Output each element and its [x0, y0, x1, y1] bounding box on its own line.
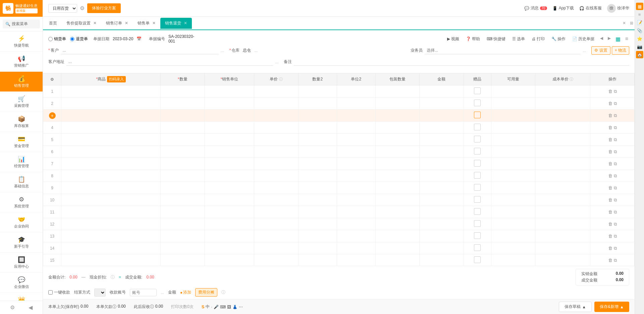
- salesman-dots[interactable]: ...: [583, 48, 586, 53]
- sidebar-item-enterprise[interactable]: 🤝 企业协同: [0, 212, 43, 233]
- delete-icon-11[interactable]: 🗑: [608, 209, 612, 215]
- ime-icon-1[interactable]: S: [202, 304, 205, 309]
- expand-tabs-icon[interactable]: ⊞: [630, 21, 633, 25]
- delete-icon-1[interactable]: 🗑: [608, 89, 612, 94]
- product-cell-2[interactable]: [61, 98, 161, 110]
- ime-icon-8[interactable]: ⋯: [239, 305, 243, 309]
- salesman-input[interactable]: [425, 47, 581, 54]
- side-panel-icon-3[interactable]: 📝: [636, 19, 643, 26]
- delete-icon-14[interactable]: 🗑: [608, 246, 612, 251]
- delete-icon-9[interactable]: 🗑: [608, 185, 612, 191]
- sidebar-item-newbie[interactable]: 🎓 新手引导: [0, 233, 43, 253]
- tab-close-price-setting[interactable]: ✕: [93, 21, 97, 25]
- quantity-cell-3[interactable]: [160, 110, 204, 122]
- copy-icon-7[interactable]: ⧉: [614, 161, 617, 167]
- copy-icon-10[interactable]: ⧉: [614, 197, 617, 203]
- radio-return-input[interactable]: [70, 37, 74, 41]
- quantity2-cell-2[interactable]: [298, 98, 337, 110]
- copy-icon-1[interactable]: ⧉: [614, 89, 617, 94]
- help-btn[interactable]: ❓ 帮助: [464, 35, 482, 43]
- sidebar-item-inventory[interactable]: 📦 库存核算: [0, 112, 43, 132]
- product-cell-1[interactable]: [61, 85, 161, 98]
- delete-icon-5[interactable]: 🗑: [608, 137, 612, 142]
- delete-icon-4[interactable]: 🗑: [608, 125, 612, 130]
- gift-checkbox-1[interactable]: [474, 87, 481, 94]
- amount-cell-3[interactable]: [420, 110, 464, 122]
- industry-select[interactable]: 日用百货: [48, 4, 77, 13]
- side-panel-icon-6[interactable]: 📷: [636, 43, 643, 50]
- one-click-payment-checkbox-label[interactable]: 一键收款: [48, 290, 70, 295]
- prev-record-icon[interactable]: ◀: [599, 35, 604, 43]
- copy-icon-3[interactable]: ⧉: [614, 113, 617, 118]
- sidebar-item-sales[interactable]: 💰 销售管理: [0, 72, 43, 92]
- delete-icon-6[interactable]: 🗑: [608, 149, 612, 154]
- col-settings[interactable]: ⚙: [43, 73, 61, 85]
- add-row-button[interactable]: +: [49, 112, 56, 119]
- copy-icon-6[interactable]: ⧉: [614, 149, 617, 154]
- next-record-icon[interactable]: ▶: [607, 35, 612, 43]
- unit2-cell-1[interactable]: [337, 85, 375, 98]
- available-cell-1[interactable]: [491, 85, 535, 98]
- quantity2-cell-3[interactable]: [298, 110, 337, 122]
- account-input[interactable]: [130, 289, 157, 296]
- copy-icon-12[interactable]: ⧉: [614, 222, 617, 227]
- tab-close-sales-order[interactable]: ✕: [125, 21, 128, 25]
- sidebar-item-marketing[interactable]: 📢 营销推广: [0, 52, 43, 72]
- save-new-button[interactable]: 保存&新增 ▲: [594, 302, 629, 312]
- operate-btn[interactable]: 🔧 操作: [549, 35, 568, 43]
- sales-unit-cell-3[interactable]: [205, 110, 254, 122]
- delete-icon-8[interactable]: 🗑: [608, 173, 612, 179]
- gift-cell-1[interactable]: [464, 85, 491, 98]
- delete-icon-7[interactable]: 🗑: [608, 161, 612, 167]
- sales-unit-cell-2[interactable]: [205, 98, 254, 110]
- radio-return[interactable]: 退货单: [70, 36, 88, 42]
- tab-price-setting[interactable]: 售价提取设置 ✕: [62, 18, 101, 29]
- tab-sales-return[interactable]: 销售退货 ✕: [160, 18, 192, 29]
- address-input[interactable]: [66, 58, 273, 66]
- customer-dots[interactable]: ...: [221, 48, 224, 53]
- package-qty-cell-2[interactable]: [375, 98, 419, 110]
- ime-icon-7[interactable]: 👗: [232, 305, 237, 309]
- copy-icon-9[interactable]: ⧉: [614, 185, 617, 191]
- settings-footer-icon[interactable]: ⚙: [10, 304, 15, 311]
- remark-input[interactable]: [294, 58, 629, 66]
- settings-button[interactable]: ⚙ 设置: [591, 46, 610, 55]
- warehouse-dots[interactable]: ...: [254, 48, 258, 53]
- discount-help-icon[interactable]: ⓘ: [111, 274, 115, 280]
- sidebar-item-finance[interactable]: 💳 资金管理: [0, 132, 43, 152]
- unit-price-cell-3[interactable]: [254, 110, 298, 122]
- copy-icon-8[interactable]: ⧉: [614, 173, 617, 179]
- customer-service-button[interactable]: 🎧 在线客服: [579, 5, 602, 11]
- copy-icon-11[interactable]: ⧉: [614, 209, 617, 215]
- sidebar-item-system[interactable]: ⚙ 系统管理: [0, 192, 43, 212]
- delete-icon-12[interactable]: 🗑: [608, 222, 612, 227]
- sidebar-item-operation[interactable]: 📊 经营管理: [0, 152, 43, 172]
- tab-close-sales-delivery[interactable]: ✕: [152, 21, 156, 25]
- close-all-tabs-button[interactable]: ✕: [620, 19, 629, 27]
- gift-checkbox-12[interactable]: [474, 220, 481, 227]
- delete-icon-10[interactable]: 🗑: [608, 197, 612, 203]
- gift-checkbox-10[interactable]: [474, 196, 481, 203]
- sidebar-item-member[interactable]: 👑 畅会员: [0, 293, 43, 301]
- print-btn[interactable]: 🖨 打印: [530, 35, 547, 43]
- package-qty-cell-3[interactable]: [375, 110, 419, 122]
- gift-checkbox-13[interactable]: [474, 232, 481, 239]
- message-button[interactable]: 💬 消息 70: [524, 5, 547, 11]
- address-dots[interactable]: ...: [275, 60, 278, 64]
- topbar-gear-icon[interactable]: ⚙: [80, 5, 85, 11]
- expense-help-icon[interactable]: ⓘ: [221, 290, 225, 295]
- package-qty-cell-1[interactable]: [375, 85, 419, 98]
- ime-icon-2[interactable]: 中: [206, 304, 210, 310]
- radio-sale[interactable]: 销货单: [48, 36, 66, 42]
- unit2-cell-2[interactable]: [337, 98, 375, 110]
- tab-sales-order[interactable]: 销售订单 ✕: [101, 18, 133, 29]
- sidebar-item-wechat[interactable]: 💬 企业微信: [0, 273, 43, 293]
- copy-icon-14[interactable]: ⧉: [614, 246, 617, 251]
- shortcut-btn[interactable]: ⌨ 快捷键: [485, 35, 507, 43]
- delete-icon-15[interactable]: 🗑: [608, 258, 612, 263]
- ime-icon-5[interactable]: ⌨: [220, 305, 226, 309]
- select-btn[interactable]: ☰ 选单: [510, 35, 527, 43]
- tab-home[interactable]: 首页: [44, 18, 62, 29]
- cost-unit-cell-3[interactable]: [535, 110, 590, 122]
- gift-checkbox-8[interactable]: [474, 172, 481, 179]
